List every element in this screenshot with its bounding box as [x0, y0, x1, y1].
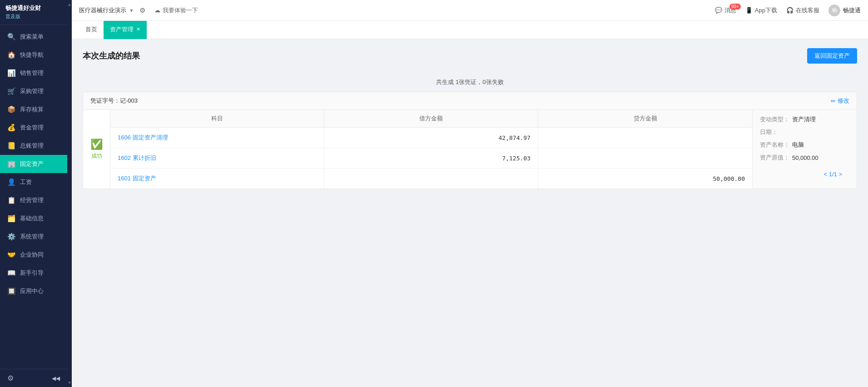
tab-home[interactable]: 首页 — [79, 21, 104, 39]
sales-icon: 📊 — [7, 69, 15, 77]
company-selector[interactable]: 医疗器械行业演示 ▼ — [79, 6, 134, 15]
debit-cell-2: 7,125.03 — [324, 148, 538, 168]
operations-icon: 📋 — [7, 196, 15, 204]
sidebar-footer: ⚙ ◀◀ — [0, 369, 67, 387]
status-column: ✅ 成功 — [83, 110, 110, 189]
summary-text: 共生成 1张凭证，0张失败 — [436, 79, 503, 85]
table-row: 1602 累计折旧 7,125.03 — [110, 148, 752, 169]
sidebar-item-purchase[interactable]: 🛒 采购管理 — [0, 82, 67, 100]
user-area[interactable]: 畅 畅捷通 — [828, 5, 861, 16]
main: 医疗器械行业演示 ▼ ⚙ ☁ 我要体验一下 💬 消息 99+ 📱 App下载 🎧… — [72, 0, 868, 387]
sidebar-item-ledger[interactable]: 📒 总账管理 — [0, 137, 67, 155]
footer-settings-icon[interactable]: ⚙ — [7, 374, 14, 382]
debit-cell-3 — [324, 169, 538, 189]
sidebar-collapse-icon[interactable]: ◀◀ — [52, 375, 60, 382]
info-original-value: 资产原值： 50,000.00 — [760, 154, 849, 162]
voucher-header: 凭证字号：记-003 ✏ 修改 — [83, 92, 857, 110]
company-name: 医疗器械行业演示 — [79, 6, 126, 15]
tab-asset-mgmt-label: 资产管理 — [110, 25, 134, 34]
tabbar: 首页 资产管理 ✕ — [72, 21, 868, 39]
topbar: 医疗器械行业演示 ▼ ⚙ ☁ 我要体验一下 💬 消息 99+ 📱 App下载 🎧… — [72, 0, 868, 21]
user-name: 畅捷通 — [843, 6, 861, 15]
messages-badge: 99+ — [729, 4, 741, 10]
logo-version: 普及版 — [5, 13, 41, 20]
support-label: 在线客服 — [796, 6, 819, 15]
sidebar-item-label: 销售管理 — [20, 69, 44, 77]
col-debit: 借方金额 — [324, 110, 538, 127]
subject-cell-2[interactable]: 1602 累计折旧 — [110, 148, 324, 168]
sidebar-scroll: ▲ ▼ — [67, 0, 72, 387]
asset-name-label: 资产名称： — [760, 141, 789, 149]
edit-button[interactable]: ✏ 修改 — [831, 97, 849, 105]
sidebar-item-label: 搜索菜单 — [20, 33, 44, 41]
sidebar: 畅捷通好业财 普及版 🔍 搜索菜单 🏠 快捷导航 📊 销售管理 🛒 采购管理 📦… — [0, 0, 67, 387]
avatar: 畅 — [828, 5, 840, 16]
sidebar-item-search[interactable]: 🔍 搜索菜单 — [0, 28, 67, 46]
support-icon: 🎧 — [786, 7, 794, 14]
debit-cell-1: 42,874.97 — [324, 128, 538, 148]
voucher-number: 凭证字号：记-003 — [90, 97, 138, 105]
sidebar-item-label: 应用中心 — [20, 287, 44, 295]
subject-cell-1[interactable]: 1606 固定资产清理 — [110, 128, 324, 148]
tab-home-label: 首页 — [85, 25, 97, 34]
inventory-icon: 📦 — [7, 105, 15, 114]
change-type-label: 变动类型： — [760, 115, 789, 124]
sidebar-item-label: 资金管理 — [20, 124, 44, 132]
sidebar-item-label: 系统管理 — [20, 233, 44, 241]
table-header: 科目 借方金额 贷方金额 — [110, 110, 752, 128]
sidebar-item-system[interactable]: ⚙️ 系统管理 — [0, 228, 67, 246]
info-change-type: 变动类型： 资产清理 — [760, 115, 849, 124]
support-action[interactable]: 🎧 在线客服 — [786, 6, 819, 15]
sidebar-item-basic[interactable]: 🗂️ 基础信息 — [0, 209, 67, 228]
sidebar-item-payroll[interactable]: 👤 工资 — [0, 173, 67, 191]
voucher-card: 凭证字号：记-003 ✏ 修改 ✅ 成功 科目 借方金额 — [83, 92, 857, 189]
sidebar-item-label: 采购管理 — [20, 87, 44, 95]
system-icon: ⚙️ — [7, 233, 15, 241]
original-value-label: 资产原值： — [760, 154, 789, 162]
sidebar-item-label: 固定资产 — [20, 160, 44, 168]
topbar-settings-icon[interactable]: ⚙ — [139, 6, 145, 15]
scroll-up-btn[interactable]: ▲ — [67, 2, 72, 7]
sidebar-item-apps[interactable]: 🔲 应用中心 — [0, 282, 67, 300]
experience-text: 我要体验一下 — [163, 6, 198, 15]
voucher-body: ✅ 成功 科目 借方金额 贷方金额 1606 固定资产清理 42,874.97 — [83, 110, 857, 189]
app-download-icon: 📱 — [745, 7, 753, 14]
search-icon: 🔍 — [7, 33, 15, 41]
messages-icon: 💬 — [715, 7, 722, 14]
topbar-right: 💬 消息 99+ 📱 App下载 🎧 在线客服 畅 畅捷通 — [715, 5, 861, 16]
edit-icon: ✏ — [831, 98, 836, 104]
pagination-text[interactable]: < 1/1 > — [824, 171, 842, 178]
sidebar-item-quicknav[interactable]: 🏠 快捷导航 — [0, 46, 67, 64]
basic-icon: 🗂️ — [7, 214, 15, 223]
payroll-icon: 👤 — [7, 178, 15, 186]
pagination: < 1/1 > — [760, 166, 849, 180]
ledger-icon: 📒 — [7, 142, 15, 150]
table-row: 1606 固定资产清理 42,874.97 — [110, 128, 752, 148]
sidebar-item-funds[interactable]: 💰 资金管理 — [0, 119, 67, 137]
tab-asset-mgmt[interactable]: 资产管理 ✕ — [104, 21, 147, 39]
edit-label: 修改 — [838, 97, 849, 105]
funds-icon: 💰 — [7, 124, 15, 132]
col-subject: 科目 — [110, 110, 324, 127]
success-icon: ✅ — [90, 139, 103, 150]
info-panel: 变动类型： 资产清理 日期： 资产名称： 电脑 资产原值： 50,000.00 — [752, 110, 857, 189]
sidebar-item-fixed-assets[interactable]: 🏢 固定资产 — [0, 155, 67, 173]
sidebar-item-guide[interactable]: 📖 新手引导 — [0, 264, 67, 282]
messages-action[interactable]: 💬 消息 99+ — [715, 6, 736, 15]
content: 本次生成的结果 返回固定资产 共生成 1张凭证，0张失败 凭证字号：记-003 … — [72, 39, 868, 387]
scroll-down-btn[interactable]: ▼ — [67, 380, 72, 385]
sidebar-item-enterprise[interactable]: 🤝 企业协同 — [0, 246, 67, 264]
credit-cell-2 — [538, 148, 752, 168]
sidebar-item-sales[interactable]: 📊 销售管理 — [0, 64, 67, 82]
sidebar-item-label: 基础信息 — [20, 214, 44, 223]
voucher-table: 科目 借方金额 贷方金额 1606 固定资产清理 42,874.97 1602 … — [110, 110, 752, 189]
sidebar-item-operations[interactable]: 📋 经营管理 — [0, 191, 67, 209]
tab-close-icon[interactable]: ✕ — [136, 26, 140, 32]
return-fixed-assets-button[interactable]: 返回固定资产 — [807, 48, 857, 64]
sidebar-item-label: 快捷导航 — [20, 51, 44, 59]
experience-button[interactable]: ☁ 我要体验一下 — [154, 6, 198, 15]
page-title: 本次生成的结果 — [83, 50, 140, 61]
sidebar-item-inventory[interactable]: 📦 库存核算 — [0, 100, 67, 119]
app-download-action[interactable]: 📱 App下载 — [745, 6, 777, 15]
subject-cell-3[interactable]: 1601 固定资产 — [110, 169, 324, 189]
